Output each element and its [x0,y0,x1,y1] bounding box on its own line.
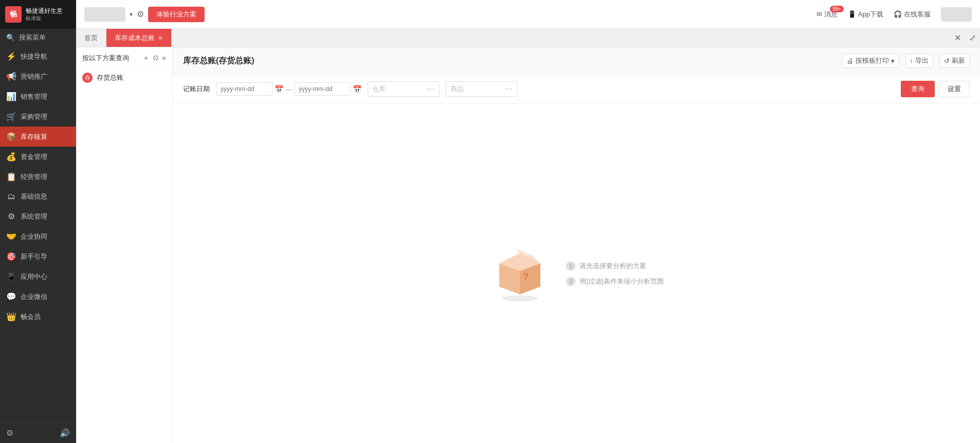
svg-point-0 [502,295,538,302]
warehouse-dots: ··· [427,84,435,94]
print-icon: 🖨 [847,57,854,65]
sidebar-item-label: 企业协同 [21,232,47,241]
filter-settings-btn[interactable]: 设置 [939,81,970,97]
tab-home-label: 首页 [84,33,98,43]
member-icon: 👑 [6,312,16,322]
app-logo: 畅 畅捷通好生意 标准版 [0,0,76,29]
tab-home[interactable]: 首页 [76,29,106,47]
sidebar-item-guide[interactable]: 🎯 新手引导 [0,246,76,267]
topbar-left: ▾ ⚙ 体验行业方案 [84,7,205,22]
add-filter-btn[interactable]: ＋ [142,54,150,63]
page-title: 库存总账(存货总账) [183,56,255,66]
sidebar-item-label: 资金管理 [21,152,47,162]
collapse-filter-btn[interactable]: « [162,54,166,63]
sidebar-item-basic-info[interactable]: 🗂 基础信息 [0,187,76,206]
industry-btn[interactable]: 体验行业方案 [148,7,205,22]
sidebar-item-sales[interactable]: 📊 销售管理 [0,86,76,107]
empty-svg: ? [489,243,551,305]
inventory-icon: 📦 [6,132,16,141]
sidebar-item-operations[interactable]: 📋 经营管理 [0,167,76,187]
app-name: 畅捷通好生意 [26,7,63,15]
refresh-icon: ↺ [944,57,950,65]
date-start-input[interactable] [216,82,273,96]
hint-num-2: 2 [566,277,575,286]
settings-bottom-btn[interactable]: ⚙ [6,428,13,438]
headset-icon: 🎧 [894,10,902,18]
page-header-actions: 🖨 按模板打印 ▾ ↑ 导出 ↺ 刷新 [842,54,970,68]
sidebar-item-enterprise[interactable]: 🤝 企业协同 [0,226,76,246]
message-btn[interactable]: ✉ 消息 99+ [816,10,838,19]
system-icon: ⚙ [6,211,16,221]
calendar-end-icon[interactable]: 📅 [353,85,361,93]
sidebar-item-wechat[interactable]: 💬 企业微信 [0,287,76,307]
topbar-dropdown-btn[interactable]: ▾ [130,11,133,18]
sidebar-item-quick-nav[interactable]: ⚡ 快捷导航 [0,46,76,66]
online-service-btn[interactable]: 🎧 在线客服 [894,10,931,19]
product-dots: ··· [505,84,513,94]
sidebar-item-label: 系统管理 [21,212,47,221]
sidebar-item-finance[interactable]: 💰 资金管理 [0,147,76,167]
sidebar-item-label: 畅会员 [21,312,41,322]
topbar-settings-btn[interactable]: ⚙ [137,9,144,19]
warehouse-select[interactable]: 仓库 ··· [368,81,440,97]
hint-text-1: 请先选择要分析的方案 [579,261,646,271]
sidebar-item-label: 销售管理 [21,92,47,101]
app-center-icon: 📱 [6,272,16,281]
sidebar: 畅 畅捷通好生意 标准版 🔍 搜索菜单 ⚡ 快捷导航 📢 营销推广 📊 销售管理… [0,0,76,443]
app-download-btn[interactable]: 📱 App下载 [848,10,883,19]
message-icon: ✉ [816,10,822,18]
sidebar-item-system[interactable]: ⚙ 系统管理 [0,206,76,226]
view-close-btn[interactable]: ✕ [950,33,965,43]
sidebar-item-purchase[interactable]: 🛒 采购管理 [0,107,76,127]
filter-inventory-ledger[interactable]: 存 存货总账 [76,67,172,88]
calendar-start-icon[interactable]: 📅 [275,85,283,93]
print-dropdown-icon[interactable]: ▾ [891,57,895,65]
date-range-wrap: 📅 — 📅 [216,82,361,96]
sidebar-item-label: 应用中心 [21,272,47,281]
filter-item-icon: 存 [82,73,93,83]
sidebar-menu: ⚡ 快捷导航 📢 营销推广 📊 销售管理 🛒 采购管理 📦 库存核算 💰 资金管… [0,46,76,422]
product-select[interactable]: 商品 ··· [446,81,518,97]
sidebar-item-app-center[interactable]: 📱 应用中心 [0,267,76,287]
filter-panel-header: 按以下方案查询 ＋ ⊙ « [76,47,172,67]
empty-hints: 1 请先选择要分析的方案 2 用[过滤]条件来缩小分析范围 [566,261,663,286]
sidebar-item-label: 营销推广 [21,72,47,81]
user-avatar[interactable] [941,7,972,22]
export-icon: ↑ [910,57,914,65]
hint-text-2: 用[过滤]条件来缩小分析范围 [579,277,663,286]
tab-inventory-cost[interactable]: 库存成本总账 ✕ [106,29,172,47]
tabs-bar: 首页 库存成本总账 ✕ ✕ ⤢ [76,29,980,47]
tab-close-btn[interactable]: ✕ [158,34,163,42]
topbar-right: ✉ 消息 99+ 📱 App下载 🎧 在线客服 [816,7,972,22]
audio-bottom-btn[interactable]: 🔊 [60,428,70,438]
finance-icon: 💰 [6,152,16,162]
sidebar-item-label: 基础信息 [21,192,47,201]
sidebar-search-item[interactable]: 🔍 搜索菜单 [0,29,76,46]
view-expand-btn[interactable]: ⤢ [965,33,980,43]
filter-panel: 按以下方案查询 ＋ ⊙ « 存 存货总账 [76,47,173,443]
online-service-label: 在线客服 [904,10,931,19]
sales-icon: 📊 [6,92,16,101]
date-end-input[interactable] [294,82,351,96]
settings-filter-btn[interactable]: ⊙ [153,54,159,63]
sidebar-item-member[interactable]: 👑 畅会员 [0,307,76,327]
filter-row: 记账日期 📅 — 📅 仓库 ··· 商品 ··· 查询 [173,75,980,104]
sidebar-item-label: 快捷导航 [21,52,47,61]
app-download-label: App下载 [858,10,883,19]
print-template-btn[interactable]: 🖨 按模板打印 ▾ [842,54,899,68]
export-btn[interactable]: ↑ 导出 [905,54,934,68]
content-area: 按以下方案查询 ＋ ⊙ « 存 存货总账 库存总账(存货总账) 🖨 [76,47,980,443]
refresh-btn[interactable]: ↺ 刷新 [939,54,970,68]
marketing-icon: 📢 [6,72,16,81]
sidebar-item-marketing[interactable]: 📢 营销推广 [0,66,76,86]
search-btn[interactable]: 查询 [901,81,935,97]
wechat-icon: 💬 [6,292,16,302]
sidebar-item-inventory[interactable]: 📦 库存核算 [0,127,76,147]
search-icon: 🔍 [6,33,15,42]
export-label: 导出 [915,56,929,65]
svg-text:?: ? [523,272,529,282]
purchase-icon: 🛒 [6,112,16,121]
message-badge: 99+ [830,6,844,12]
enterprise-icon: 🤝 [6,232,16,241]
tab-inventory-cost-label: 库存成本总账 [115,33,155,43]
